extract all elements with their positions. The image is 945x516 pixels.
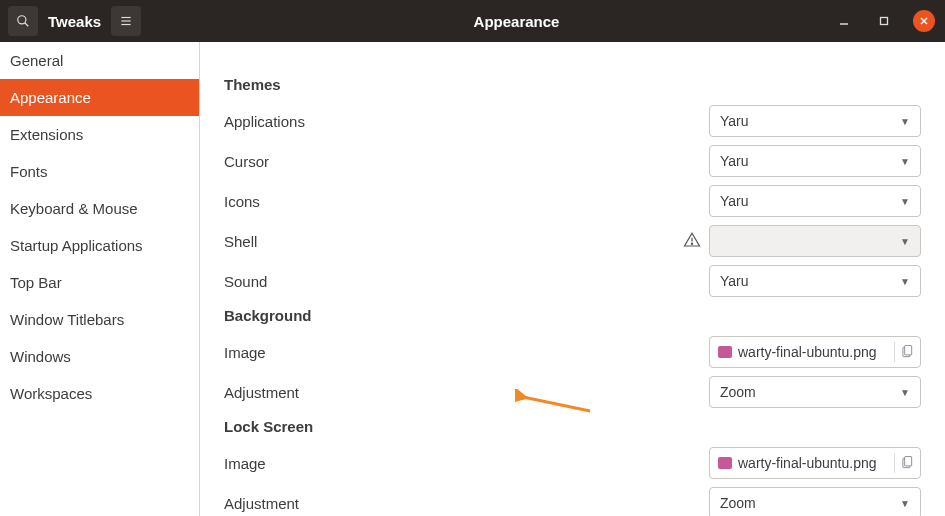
chevron-down-icon: ▼ xyxy=(900,116,910,127)
row-bg-image: Image warty-final-ubuntu.png xyxy=(224,332,921,372)
lockscreen-adjustment-combo[interactable]: Zoom ▼ xyxy=(709,487,921,516)
image-icon xyxy=(718,457,732,469)
sidebar-item-label: Appearance xyxy=(10,89,91,106)
sidebar-item-label: General xyxy=(10,52,63,69)
svg-point-0 xyxy=(18,16,26,24)
minimize-icon xyxy=(839,16,849,26)
sidebar-item-label: Fonts xyxy=(10,163,48,180)
chevron-down-icon: ▼ xyxy=(900,196,910,207)
row-label: Cursor xyxy=(224,153,484,170)
chevron-down-icon: ▼ xyxy=(900,156,910,167)
chevron-down-icon: ▼ xyxy=(900,276,910,287)
maximize-button[interactable] xyxy=(873,10,895,32)
open-file-icon xyxy=(894,453,914,473)
sidebar-item-fonts[interactable]: Fonts xyxy=(0,153,199,190)
titlebar: Tweaks Appearance xyxy=(0,0,945,42)
combo-value: Yaru xyxy=(720,273,900,289)
row-icons: Icons Yaru ▼ xyxy=(224,181,921,221)
row-ls-adjustment: Adjustment Zoom ▼ xyxy=(224,483,921,516)
sidebar-item-label: Startup Applications xyxy=(10,237,143,254)
close-icon xyxy=(919,16,929,26)
close-button[interactable] xyxy=(913,10,935,32)
row-bg-adjustment: Adjustment Zoom ▼ xyxy=(224,372,921,412)
row-applications: Applications Yaru ▼ xyxy=(224,101,921,141)
sidebar-item-window-titlebars[interactable]: Window Titlebars xyxy=(0,301,199,338)
sidebar-item-label: Window Titlebars xyxy=(10,311,124,328)
icons-combo[interactable]: Yaru ▼ xyxy=(709,185,921,217)
background-image-chooser[interactable]: warty-final-ubuntu.png xyxy=(709,336,921,368)
combo-value: Zoom xyxy=(720,495,900,511)
sidebar-item-label: Top Bar xyxy=(10,274,62,291)
svg-rect-14 xyxy=(904,457,911,466)
row-cursor: Cursor Yaru ▼ xyxy=(224,141,921,181)
sidebar-item-workspaces[interactable]: Workspaces xyxy=(0,375,199,412)
sidebar-item-general[interactable]: General xyxy=(0,42,199,79)
search-button[interactable] xyxy=(8,6,38,36)
section-title-lock-screen: Lock Screen xyxy=(224,418,921,435)
sidebar-item-label: Workspaces xyxy=(10,385,92,402)
app-name: Tweaks xyxy=(48,13,101,30)
section-title-themes: Themes xyxy=(224,76,921,93)
page-title: Appearance xyxy=(200,13,833,30)
svg-rect-12 xyxy=(904,346,911,355)
combo-value: Yaru xyxy=(720,153,900,169)
chevron-down-icon: ▼ xyxy=(900,236,910,247)
section-title-background: Background xyxy=(224,307,921,324)
sidebar-item-label: Extensions xyxy=(10,126,83,143)
chevron-down-icon: ▼ xyxy=(900,498,910,509)
row-label: Sound xyxy=(224,273,484,290)
combo-value: Zoom xyxy=(720,384,900,400)
warning-icon xyxy=(683,231,701,252)
row-label: Icons xyxy=(224,193,484,210)
row-sound: Sound Yaru ▼ xyxy=(224,261,921,301)
sidebar-item-label: Keyboard & Mouse xyxy=(10,200,138,217)
sidebar-item-keyboard-mouse[interactable]: Keyboard & Mouse xyxy=(0,190,199,227)
main-panel: Themes Applications Yaru ▼ Cursor Yaru ▼… xyxy=(200,42,945,516)
row-label: Image xyxy=(224,344,484,361)
sidebar-item-top-bar[interactable]: Top Bar xyxy=(0,264,199,301)
cursor-combo[interactable]: Yaru ▼ xyxy=(709,145,921,177)
sidebar-item-startup-applications[interactable]: Startup Applications xyxy=(0,227,199,264)
image-icon xyxy=(718,346,732,358)
row-label: Shell xyxy=(224,233,484,250)
lockscreen-image-chooser[interactable]: warty-final-ubuntu.png xyxy=(709,447,921,479)
row-label: Adjustment xyxy=(224,495,484,512)
file-name: warty-final-ubuntu.png xyxy=(738,344,888,360)
row-label: Adjustment xyxy=(224,384,484,401)
minimize-button[interactable] xyxy=(833,10,855,32)
combo-value: Yaru xyxy=(720,193,900,209)
applications-combo[interactable]: Yaru ▼ xyxy=(709,105,921,137)
svg-line-1 xyxy=(25,23,29,27)
sidebar-item-appearance[interactable]: Appearance xyxy=(0,79,199,116)
combo-value: Yaru xyxy=(720,113,900,129)
menu-button[interactable] xyxy=(111,6,141,36)
sidebar: General Appearance Extensions Fonts Keyb… xyxy=(0,42,200,516)
search-icon xyxy=(16,14,30,28)
svg-rect-6 xyxy=(881,18,888,25)
open-file-icon xyxy=(894,342,914,362)
row-label: Image xyxy=(224,455,484,472)
shell-combo: ▼ xyxy=(709,225,921,257)
content: General Appearance Extensions Fonts Keyb… xyxy=(0,42,945,516)
chevron-down-icon: ▼ xyxy=(900,387,910,398)
row-ls-image: Image warty-final-ubuntu.png xyxy=(224,443,921,483)
svg-point-10 xyxy=(691,243,692,244)
sidebar-item-extensions[interactable]: Extensions xyxy=(0,116,199,153)
titlebar-left: Tweaks xyxy=(0,6,200,36)
row-label: Applications xyxy=(224,113,484,130)
hamburger-icon xyxy=(119,14,133,28)
sound-combo[interactable]: Yaru ▼ xyxy=(709,265,921,297)
file-name: warty-final-ubuntu.png xyxy=(738,455,888,471)
sidebar-item-windows[interactable]: Windows xyxy=(0,338,199,375)
maximize-icon xyxy=(879,16,889,26)
row-shell: Shell ▼ xyxy=(224,221,921,261)
sidebar-item-label: Windows xyxy=(10,348,71,365)
window-controls xyxy=(833,10,945,32)
background-adjustment-combo[interactable]: Zoom ▼ xyxy=(709,376,921,408)
